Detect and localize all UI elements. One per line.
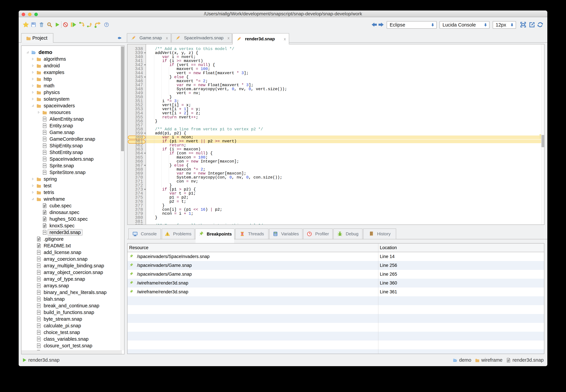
svg-text:?: ? (106, 23, 107, 26)
